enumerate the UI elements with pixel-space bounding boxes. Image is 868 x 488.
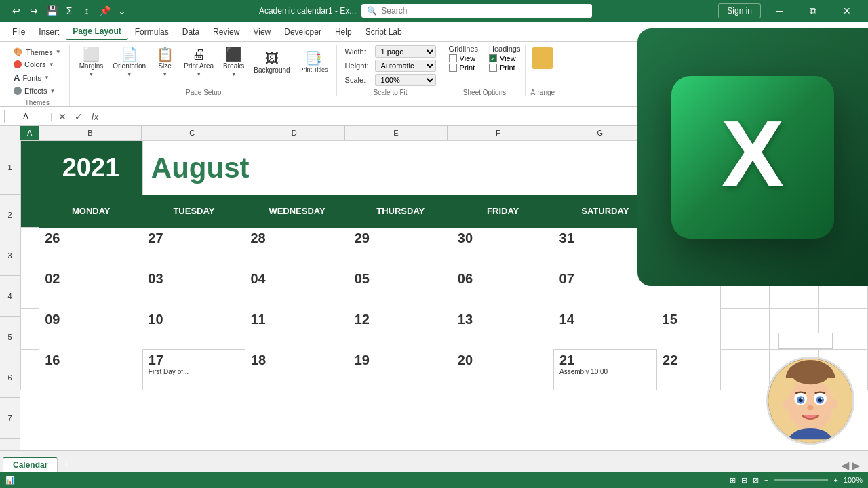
confirm-formula-button[interactable]: ✓ [71,109,86,124]
col-header-C[interactable]: C [142,126,243,140]
effects-button[interactable]: Effects ▼ [9,85,65,96]
zoom-slider[interactable] [774,479,828,481]
row-header-4[interactable]: 4 [0,276,20,317]
row-header-1[interactable]: 1 [0,140,20,195]
page-layout-view-button[interactable]: ⊟ [741,476,747,485]
colors-button[interactable]: Colors ▼ [9,59,65,70]
normal-view-button[interactable]: ⊞ [730,476,736,485]
cell-F4[interactable]: 06 [452,268,554,309]
cell-G6[interactable]: 21 Assembly 10:00 [554,350,657,390]
zoom-in-button[interactable]: + [833,476,837,484]
search-box[interactable]: 🔍 [361,4,592,18]
menu-item-review[interactable]: Review [206,24,246,39]
gridlines-print-check[interactable]: Print [449,64,478,72]
breaks-button[interactable]: ⬛ Breaks ▼ [219,45,248,80]
cell-B5[interactable]: 09 [39,309,143,350]
cell-D6[interactable]: 18 [245,350,349,390]
gridlines-view-checkbox[interactable] [449,54,457,62]
scroll-right-button[interactable]: ▶ [852,459,860,472]
cell-E6[interactable]: 19 [349,350,452,390]
col-header-D[interactable]: D [243,126,345,140]
cell-A5[interactable] [21,309,39,350]
row-header-3[interactable]: 3 [0,235,20,276]
menu-item-insert[interactable]: Insert [32,24,66,39]
row-header-6[interactable]: 6 [0,357,20,398]
autosum-button[interactable]: Σ [61,3,77,19]
insert-function-button[interactable]: fx [87,109,102,124]
search-input[interactable] [381,6,587,16]
cell-D4[interactable]: 04 [245,268,349,309]
pin-button[interactable]: 📌 [96,3,113,19]
cell-F3[interactable]: 30 [452,228,554,268]
menu-item-developer[interactable]: Developer [277,24,328,39]
cell-A3[interactable] [21,228,39,268]
restore-button[interactable]: ⧉ [797,0,829,22]
cell-E3[interactable]: 29 [349,228,452,268]
menu-item-file[interactable]: File [5,24,32,39]
cell-A4[interactable] [21,268,39,309]
width-select[interactable]: 1 page 2 pages Automatic [375,45,436,58]
cell-F2[interactable]: FRIDAY [452,195,554,228]
fonts-button[interactable]: A Fonts ▼ [9,71,65,84]
cell-A1[interactable] [21,141,39,195]
headings-print-checkbox[interactable] [489,64,497,72]
menu-item-script-lab[interactable]: Script Lab [359,24,409,39]
cell-D3[interactable]: 28 [245,228,349,268]
sign-in-button[interactable]: Sign in [718,3,761,18]
headings-view-check[interactable]: View [489,54,520,62]
menu-item-page-layout[interactable]: Page Layout [66,24,127,40]
cell-G5[interactable]: 14 [554,309,657,350]
col-header-F[interactable]: F [448,126,549,140]
cell-D2[interactable]: WEDNESDAY [245,195,349,228]
cell-B3[interactable]: 26 [39,228,143,268]
redo-button[interactable]: ↪ [26,3,42,19]
row-header-2[interactable]: 2 [0,195,20,235]
orientation-button[interactable]: 📄 Orientation ▼ [108,45,150,80]
headings-print-check[interactable]: Print [489,64,520,72]
height-select[interactable]: Automatic 1 page 2 pages [375,60,436,72]
cell-F5[interactable]: 13 [452,309,554,350]
gridlines-view-check[interactable]: View [449,54,478,62]
cell-B1[interactable]: 2021 [39,141,143,195]
zoom-out-button[interactable]: − [764,476,768,484]
col-header-B[interactable]: B [39,126,141,140]
cell-C3[interactable]: 27 [142,228,245,268]
select-all-button[interactable] [0,126,20,140]
print-titles-button[interactable]: 📑 Print Titles [296,49,332,76]
col-header-G[interactable]: G [549,126,651,140]
cell-H5[interactable]: 15 [657,309,721,350]
cell-E5[interactable]: 12 [349,309,452,350]
menu-item-help[interactable]: Help [328,24,359,39]
gridlines-print-checkbox[interactable] [449,64,457,72]
cell-C5[interactable]: 10 [142,309,245,350]
customize-button[interactable]: ⌄ [114,3,130,19]
undo-button[interactable]: ↩ [8,3,24,19]
cell-C2[interactable]: TUESDAY [142,195,245,228]
close-button[interactable]: ✕ [831,0,863,22]
cell-C6[interactable]: 17 First Day of... [142,350,245,390]
cell-C4[interactable]: 03 [142,268,245,309]
save-button[interactable]: 💾 [43,3,60,19]
page-break-view-button[interactable]: ⊠ [753,476,759,485]
cell-E2[interactable]: THURSDAY [349,195,452,228]
col-header-E[interactable]: E [345,126,447,140]
margins-button[interactable]: ⬜ Margins ▼ [75,45,108,80]
cell-E4[interactable]: 05 [349,268,452,309]
cell-F6[interactable]: 20 [452,350,554,390]
row-header-5[interactable]: 5 [0,317,20,357]
background-button[interactable]: 🖼 Background [250,49,294,77]
themes-button[interactable]: 🎨 Themes ▼ [9,46,65,58]
print-area-button[interactable]: 🖨 Print Area ▼ [180,45,218,80]
cell-D5[interactable]: 11 [245,309,349,350]
headings-view-checkbox[interactable] [489,54,497,62]
cell-B6[interactable]: 16 [39,350,143,390]
size-button[interactable]: 📋 Size ▼ [151,45,178,80]
minimize-button[interactable]: ─ [764,0,795,22]
cell-A6[interactable] [21,350,39,390]
sort-button[interactable]: ↕ [79,3,95,19]
scroll-left-button[interactable]: ◀ [841,459,849,472]
cell-reference-input[interactable] [4,110,47,123]
cell-A2[interactable] [21,195,39,228]
cell-C1[interactable]: August [142,141,656,195]
menu-item-view[interactable]: View [246,24,277,39]
